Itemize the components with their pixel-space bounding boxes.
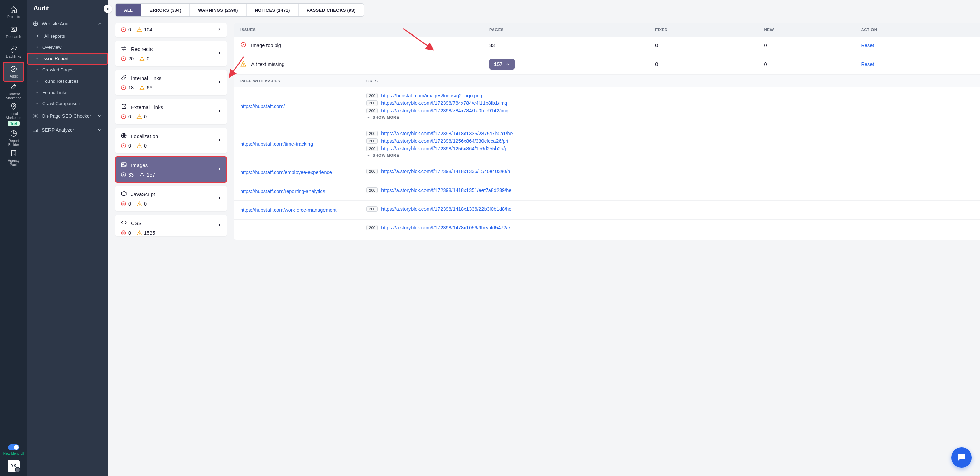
- category-name: CSS: [131, 220, 142, 226]
- chat-fab[interactable]: [951, 447, 972, 468]
- chevron-down-icon: [97, 113, 102, 119]
- tab-passed[interactable]: PASSED CHECKS (93): [299, 4, 364, 16]
- warning-count: 0: [139, 56, 150, 61]
- error-count: 0: [121, 230, 131, 236]
- category-card[interactable]: Images 33 157: [115, 157, 227, 182]
- chevron-right-icon: [217, 109, 222, 115]
- research-icon: [10, 26, 18, 33]
- col-new: NEW: [758, 23, 855, 37]
- issue-label: Image too big: [251, 43, 281, 48]
- error-count: 0: [121, 201, 131, 207]
- pages-expanded-pill[interactable]: 157: [489, 59, 515, 70]
- show-more-button[interactable]: SHOW MORE: [366, 153, 974, 157]
- warning-count: 104: [137, 27, 152, 32]
- resource-url-link[interactable]: https://a.storyblok.com/f/172398/784x784…: [381, 101, 510, 106]
- new-ui-toggle[interactable]: [8, 444, 19, 450]
- category-icon: [121, 190, 127, 198]
- check-circle-icon: [10, 65, 18, 73]
- sidebar-section-serp-analyzer[interactable]: SERP Analyzer: [27, 123, 108, 137]
- page-row: https://hubstaff.com/employee-experience…: [234, 163, 980, 182]
- sidebar-issue-report[interactable]: Issue Report: [27, 53, 108, 64]
- resource-url-link[interactable]: https://a.storyblok.com/f/172398/1418x13…: [381, 206, 512, 212]
- rail-projects[interactable]: Projects: [3, 3, 24, 22]
- issues-panel: ISSUES PAGES FIXED NEW ACTION Image too …: [234, 23, 980, 240]
- sidebar-section-website-audit[interactable]: Website Audit: [27, 17, 108, 30]
- building-icon: [10, 150, 18, 157]
- sidebar-crawl-comparison[interactable]: Crawl Comparison: [27, 98, 108, 109]
- svg-rect-5: [11, 150, 16, 157]
- filter-tabs: ALL ERRORS (334) WARNINGS (2590) NOTICES…: [115, 3, 364, 17]
- category-icon: [121, 74, 127, 81]
- rail-content-marketing[interactable]: Content Marketing: [3, 82, 24, 101]
- sidebar-found-links[interactable]: Found Links: [27, 87, 108, 98]
- tab-warnings[interactable]: WARNINGS (2590): [190, 4, 247, 16]
- category-card[interactable]: External Links 0 0: [115, 99, 227, 124]
- sidebar-section-onpage-seo[interactable]: On-Page SEO Checker: [27, 109, 108, 123]
- category-card[interactable]: JavaScript 0 0: [115, 186, 227, 211]
- sidebar-all-reports[interactable]: All reports: [27, 30, 108, 42]
- status-badge: 200: [366, 131, 378, 136]
- page-row: https://hubstaff.com/ 200https://hubstaf…: [234, 88, 980, 125]
- col-issues: ISSUES: [234, 23, 483, 37]
- svg-rect-0: [11, 27, 17, 32]
- home-icon: [10, 6, 18, 13]
- category-card[interactable]: Localization 0 0: [115, 128, 227, 153]
- page-row: https://hubstaff.com/reporting-analytics…: [234, 182, 980, 201]
- sidebar: Audit Website Audit All reports Overview…: [27, 0, 108, 476]
- page-url-link[interactable]: https://hubstaff.com/: [240, 104, 285, 109]
- sidebar-found-resources[interactable]: Found Resources: [27, 75, 108, 87]
- rail-research[interactable]: Research: [3, 22, 24, 42]
- resource-url-link[interactable]: https://a.storyblok.com/f/172398/1418x13…: [381, 131, 512, 136]
- show-more-button[interactable]: SHOW MORE: [366, 115, 974, 120]
- resource-url-link[interactable]: https://a.storyblok.com/f/172398/1418x13…: [381, 169, 510, 174]
- user-avatar[interactable]: YK: [8, 460, 20, 472]
- resource-url-link[interactable]: https://a.storyblok.com/f/172398/1418x13…: [381, 187, 512, 193]
- link-icon: [10, 45, 18, 53]
- reset-link[interactable]: Reset: [861, 61, 874, 67]
- resource-url-link[interactable]: https://a.storyblok.com/f/172398/1478x10…: [381, 225, 510, 230]
- sidebar-crawled-pages[interactable]: Crawled Pages: [27, 64, 108, 75]
- category-card[interactable]: CSS 0 1535: [115, 215, 227, 236]
- chevron-up-icon: [97, 21, 102, 26]
- page-url-link[interactable]: https://hubstaff.com/employee-experience: [240, 170, 332, 175]
- page-url-link[interactable]: https://hubstaff.com/time-tracking: [240, 141, 313, 147]
- rail-report-builder[interactable]: Report Builder: [3, 129, 24, 148]
- tab-errors[interactable]: ERRORS (334): [141, 4, 190, 16]
- sidebar-overview[interactable]: Overview: [27, 42, 108, 53]
- category-name: External Links: [131, 104, 163, 110]
- error-count: 33: [121, 172, 134, 177]
- collapse-sidebar-button[interactable]: [104, 5, 112, 13]
- category-icon: [121, 104, 127, 111]
- resource-url-link[interactable]: https://a.storyblok.com/f/172398/784x784…: [381, 108, 508, 113]
- pie-icon: [10, 130, 18, 137]
- status-badge: 200: [366, 225, 378, 230]
- warning-count: 0: [137, 114, 147, 120]
- error-count: 20: [121, 56, 134, 61]
- svg-point-2: [11, 66, 17, 72]
- category-name: Redirects: [131, 46, 153, 52]
- reset-link[interactable]: Reset: [861, 43, 874, 48]
- issue-row[interactable]: Image too big 33 0 0 Reset: [234, 37, 980, 54]
- rail-agency-pack[interactable]: Agency Pack: [3, 149, 24, 168]
- resource-url-link[interactable]: https://a.storyblok.com/f/172398/1256x86…: [381, 146, 509, 151]
- resource-url-link[interactable]: https://hubstaff.com/images/logos/g2-log…: [381, 93, 482, 98]
- page-url-link[interactable]: https://hubstaff.com/reporting-analytics: [240, 188, 325, 194]
- tab-notices[interactable]: NOTICES (1471): [247, 4, 299, 16]
- pin-icon: [10, 103, 18, 110]
- category-card[interactable]: 0 104: [115, 23, 227, 37]
- pencil-icon: [10, 83, 18, 91]
- rail-backlinks[interactable]: Backlinks: [3, 42, 24, 61]
- resource-url-link[interactable]: https://a.storyblok.com/f/172398/1256x86…: [381, 138, 508, 144]
- category-card[interactable]: Internal Links 18 66: [115, 70, 227, 95]
- warning-count: 0: [137, 201, 147, 207]
- rail-audit[interactable]: Audit: [3, 62, 24, 81]
- page-url-link[interactable]: https://hubstaff.com/workforce-managemen…: [240, 207, 337, 213]
- chevron-down-icon: [97, 127, 102, 133]
- category-card[interactable]: Redirects 20 0: [115, 41, 227, 66]
- category-icon: [121, 161, 127, 169]
- rail-local-marketing[interactable]: Local Marketing: [3, 102, 24, 121]
- status-badge: 200: [366, 169, 378, 174]
- trial-badge: Trial: [8, 121, 20, 126]
- tab-all[interactable]: ALL: [116, 4, 141, 16]
- issue-row[interactable]: Alt text missing 157 0 0 Reset: [234, 54, 980, 75]
